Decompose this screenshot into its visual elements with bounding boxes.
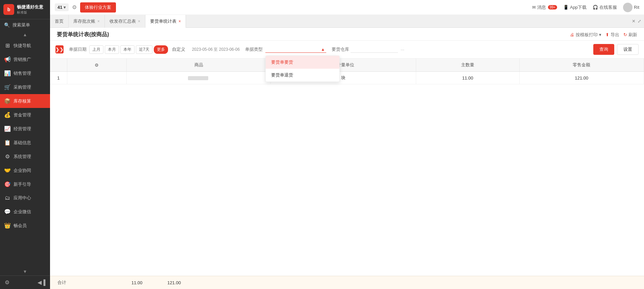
filter-type-label: 单据类型 bbox=[245, 46, 263, 52]
table-footer: 合计 11.00 121.00 bbox=[50, 276, 644, 289]
sidebar-item-marketing[interactable]: 📢 营销推广 bbox=[0, 52, 50, 66]
app-download-label: App下载 bbox=[570, 4, 587, 10]
sidebar-item-inventory[interactable]: 📦 库存核算 bbox=[0, 94, 50, 108]
inventory-icon: 📦 bbox=[4, 98, 11, 104]
content-area: 要货单统计表(按商品) 🖨 按模板打印 ▾ ⬆ 导出 ↻ 刷新 ❯❯ bbox=[50, 28, 644, 289]
sidebar-item-basic-info[interactable]: 📋 基础信息 bbox=[0, 136, 50, 150]
sidebar-item-label: 销售管理 bbox=[14, 70, 31, 76]
finance-icon: 💰 bbox=[4, 112, 11, 118]
user-avatar bbox=[623, 3, 633, 12]
cell-sales-amount: 121.00 bbox=[519, 72, 644, 84]
tab-send-receive[interactable]: 收发存汇总表 × bbox=[105, 15, 145, 28]
filter-date-label: 单据日期 bbox=[69, 46, 87, 52]
filter-warehouse-field[interactable] bbox=[351, 46, 398, 53]
page-header: 要货单统计表(按商品) 🖨 按模板打印 ▾ ⬆ 导出 ↻ 刷新 bbox=[50, 28, 644, 41]
refresh-icon: ↻ bbox=[623, 32, 627, 37]
print-expand-icon[interactable]: ▾ bbox=[599, 32, 601, 37]
promo-button[interactable]: 体验行业方案 bbox=[80, 2, 116, 13]
tab-home[interactable]: 首页 bbox=[50, 15, 69, 28]
tab-requisition[interactable]: 要货单统计表 × bbox=[145, 15, 186, 28]
dropdown-item-order-goods[interactable]: 要货单要货 bbox=[266, 56, 339, 69]
tab-label: 收发存汇总表 bbox=[110, 18, 136, 24]
purchase-icon: 🛒 bbox=[4, 84, 11, 90]
tab-close-requisition[interactable]: × bbox=[178, 19, 181, 24]
dropdown-item-order-return[interactable]: 要货单退货 bbox=[266, 69, 339, 82]
user-avatar-item[interactable]: Rit bbox=[623, 3, 639, 12]
quick-nav-icon: ⊞ bbox=[4, 42, 11, 49]
filter-custom-date[interactable]: 自定义 bbox=[169, 45, 188, 54]
chevron-down-icon[interactable]: ▾ bbox=[64, 5, 66, 10]
sidebar-item-enterprise[interactable]: 🤝 企业协同 bbox=[0, 163, 50, 177]
sidebar-item-quick-nav[interactable]: ⊞ 快捷导航 bbox=[0, 39, 50, 52]
online-service-item[interactable]: 🎧 在线客服 bbox=[593, 4, 617, 10]
filter-more-dates[interactable]: 更多 bbox=[154, 45, 168, 54]
sidebar-item-label: 企业微信 bbox=[14, 209, 31, 215]
page-actions: 🖨 按模板打印 ▾ ⬆ 导出 ↻ 刷新 bbox=[570, 32, 637, 38]
sidebar-item-system[interactable]: ⚙ 系统管理 bbox=[0, 150, 50, 163]
sidebar-item-app-center[interactable]: 🗂 应用中心 bbox=[0, 191, 50, 205]
sidebar-item-label: 库存核算 bbox=[14, 98, 31, 104]
filter-type-field[interactable] bbox=[265, 46, 326, 53]
topbar: 41 ▾ ⚙ 体验行业方案 ✉ 消息 99+ 📱 App下载 🎧 在线客服 R bbox=[50, 0, 644, 15]
topbar-breadcrumb: 41 ▾ bbox=[55, 3, 69, 11]
tab-batch-account[interactable]: 库存批次账 × bbox=[69, 15, 105, 28]
tab-close-all-icon[interactable]: ✕ bbox=[632, 19, 636, 24]
filter-buttons: 查询 设置 bbox=[593, 44, 639, 55]
print-label: 按模板打印 bbox=[576, 32, 598, 38]
cell-gear bbox=[67, 72, 127, 84]
app-download-item[interactable]: 📱 App下载 bbox=[563, 4, 587, 10]
sidebar-item-finance[interactable]: 💰 资金管理 bbox=[0, 108, 50, 122]
collapse-sidebar-icon[interactable]: ◀▐ bbox=[38, 279, 45, 286]
sidebar-item-sales[interactable]: 📊 销售管理 bbox=[0, 66, 50, 80]
query-button[interactable]: 查询 bbox=[593, 44, 614, 55]
topbar-gear-icon[interactable]: ⚙ bbox=[72, 4, 77, 10]
settings-icon[interactable]: ⚙ bbox=[5, 279, 9, 286]
refresh-button[interactable]: ↻ 刷新 bbox=[623, 32, 637, 38]
tab-label: 要货单统计表 bbox=[150, 18, 176, 24]
sidebar-item-newbie[interactable]: 🎯 新手引导 bbox=[0, 177, 50, 191]
page-title: 要货单统计表(按商品) bbox=[57, 31, 109, 38]
settings-button[interactable]: 设置 bbox=[617, 44, 639, 55]
app-edition: 标准版 bbox=[17, 10, 43, 15]
filter-this-year[interactable]: 本年 bbox=[120, 45, 135, 54]
wechat-icon: 💬 bbox=[4, 208, 11, 215]
th-rownum bbox=[50, 59, 67, 72]
filter-last-month[interactable]: 上月 bbox=[89, 45, 103, 54]
footer-label: 合计 bbox=[54, 280, 118, 286]
table-row: 1 块 11.00 121.00 bbox=[50, 72, 644, 84]
sidebar-scroll-down[interactable]: ▼ bbox=[0, 268, 50, 275]
refresh-label: 刷新 bbox=[628, 32, 637, 38]
export-button[interactable]: ⬆ 导出 bbox=[605, 32, 619, 38]
message-item[interactable]: ✉ 消息 99+ bbox=[532, 4, 557, 10]
sidebar-item-label: 企业协同 bbox=[14, 168, 31, 174]
table-gear-icon[interactable]: ⚙ bbox=[95, 63, 99, 68]
th-sales-amount: 零售金额 bbox=[519, 59, 644, 72]
export-icon: ⬆ bbox=[605, 32, 609, 37]
system-icon: ⚙ bbox=[4, 153, 11, 160]
th-quantity: 主数量 bbox=[416, 59, 519, 72]
app-logo-icon: b bbox=[3, 4, 14, 15]
print-button[interactable]: 🖨 按模板打印 ▾ bbox=[570, 32, 601, 38]
tab-close-send-receive[interactable]: × bbox=[138, 19, 140, 24]
filter-last-7-days[interactable]: 近7天 bbox=[136, 45, 152, 54]
export-label: 导出 bbox=[611, 32, 619, 38]
chevron-up-icon[interactable]: ▲ bbox=[321, 47, 325, 52]
filter-expand-button[interactable]: ❯❯ bbox=[55, 45, 64, 53]
sidebar-item-purchase[interactable]: 🛒 采购管理 bbox=[0, 80, 50, 94]
filter-more-dots-icon[interactable]: ··· bbox=[401, 47, 404, 52]
sidebar-item-wechat[interactable]: 💬 企业微信 bbox=[0, 205, 50, 219]
sidebar-item-operations[interactable]: 📈 经营管理 bbox=[0, 122, 50, 136]
filter-this-month[interactable]: 本月 bbox=[105, 45, 119, 54]
message-icon: ✉ bbox=[532, 5, 536, 10]
table-container: ⚙ 商品 主计量单位 主数量 零售金额 1 bbox=[50, 59, 644, 276]
sidebar-search[interactable]: 🔍 搜索菜单 bbox=[0, 19, 50, 31]
tab-close-batch-account[interactable]: × bbox=[97, 19, 100, 24]
tab-expand-icon[interactable]: ⤢ bbox=[638, 19, 641, 24]
th-gear[interactable]: ⚙ bbox=[67, 59, 127, 72]
sidebar-item-label: 应用中心 bbox=[14, 195, 31, 201]
topbar-left: 41 ▾ ⚙ 体验行业方案 bbox=[55, 2, 116, 13]
filter-date-group: 单据日期 上月 本月 本年 近7天 更多 自定义 2023-05-06 至 20… bbox=[69, 45, 240, 54]
sidebar-item-member[interactable]: 👑 畅会员 bbox=[0, 219, 50, 232]
filter-type-group: 单据类型 ▲ 要货单要货 要货单退货 bbox=[245, 46, 326, 53]
sidebar-scroll-up[interactable]: ▲ bbox=[0, 31, 50, 39]
